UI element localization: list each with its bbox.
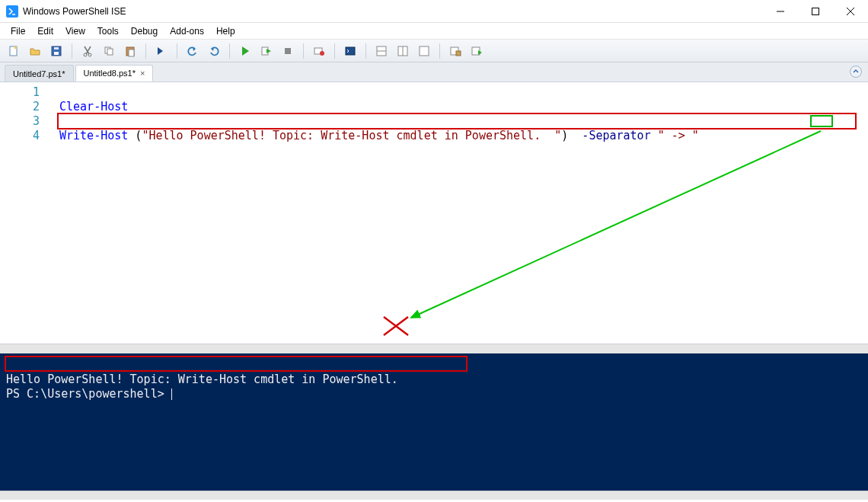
code-string: " — [658, 129, 672, 142]
code-cmdlet: Write-Host — [59, 129, 128, 142]
toolbar-separator — [229, 43, 230, 59]
toolbar-separator — [303, 43, 304, 59]
toolbar-separator — [334, 43, 335, 59]
menu-file[interactable]: File — [5, 24, 31, 38]
close-button[interactable] — [833, 0, 868, 22]
console-cursor — [171, 388, 172, 400]
code-text: ) — [561, 129, 582, 142]
tab-untitled8[interactable]: Untitled8.ps1* × — [75, 65, 154, 82]
svg-rect-19 — [346, 47, 355, 55]
minimize-button[interactable] — [763, 0, 798, 22]
tab-label: Untitled8.ps1* — [84, 69, 136, 78]
layout-hsplit-icon[interactable] — [372, 42, 391, 60]
console-prompt: PS C:\Users\powershell> — [6, 387, 171, 401]
code-text: ( — [128, 129, 142, 142]
copy-icon[interactable] — [100, 42, 118, 60]
layout-full-icon[interactable] — [415, 42, 433, 60]
svg-rect-5 — [14, 46, 17, 49]
menu-addons[interactable]: Add-ons — [164, 24, 210, 38]
toolbar — [0, 40, 868, 62]
svg-point-9 — [84, 53, 87, 56]
layout-vsplit-icon[interactable] — [394, 42, 412, 60]
open-file-icon[interactable] — [26, 42, 44, 60]
svg-rect-8 — [54, 47, 59, 50]
properties-icon[interactable] — [446, 42, 464, 60]
toolbar-separator — [365, 43, 366, 59]
window-title: Windows PowerShell ISE — [23, 6, 763, 17]
breakpoint-icon[interactable] — [310, 42, 328, 60]
console-output: Hello PowerShell! Topic: Write-Host cmdl… — [6, 373, 398, 386]
code-string: " — [685, 129, 699, 142]
run-icon[interactable] — [236, 42, 254, 60]
new-file-icon[interactable] — [5, 42, 23, 60]
console-icon[interactable] — [341, 42, 359, 60]
code-param: -Separator — [582, 129, 650, 142]
run-partial-icon[interactable] — [257, 42, 276, 60]
svg-rect-12 — [107, 49, 113, 55]
line-number: 2 — [0, 100, 40, 114]
toolbar-separator — [439, 43, 440, 59]
svg-rect-26 — [456, 51, 461, 56]
svg-rect-24 — [420, 46, 429, 56]
tab-label: Untitled7.ps1* — [13, 69, 65, 78]
window-controls — [763, 0, 868, 22]
code-area[interactable]: Clear-Host Write-Host ("Hello PowerShell… — [46, 82, 868, 344]
run-selection-icon[interactable] — [152, 42, 171, 60]
annotation-highlight — [5, 356, 468, 372]
menu-help[interactable]: Help — [210, 24, 241, 38]
toolbar-separator — [177, 43, 177, 59]
svg-rect-1 — [812, 8, 819, 14]
menubar: File Edit View Tools Debug Add-ons Help — [0, 23, 868, 40]
svg-point-18 — [320, 51, 324, 56]
redo-icon[interactable] — [205, 42, 223, 60]
toolbar-separator — [145, 43, 146, 59]
code-text — [651, 129, 658, 142]
cut-icon[interactable] — [78, 42, 97, 60]
addon-icon[interactable] — [468, 42, 486, 60]
menu-edit[interactable]: Edit — [31, 24, 59, 38]
undo-icon[interactable] — [183, 42, 202, 60]
line-number: 1 — [0, 85, 40, 100]
toolbar-separator — [72, 43, 72, 59]
console-horizontal-scrollbar[interactable] — [0, 491, 868, 500]
tab-close-icon[interactable]: × — [140, 69, 145, 78]
menu-debug[interactable]: Debug — [125, 24, 164, 38]
save-icon[interactable] — [47, 42, 65, 60]
svg-rect-7 — [54, 52, 59, 55]
titlebar: Windows PowerShell ISE — [0, 0, 868, 23]
line-number: 3 — [0, 114, 40, 129]
maximize-button[interactable] — [798, 0, 833, 22]
code-string: "Hello PowerShell! Topic: Write-Host cmd… — [142, 129, 561, 142]
stop-icon[interactable] — [279, 42, 297, 60]
app-icon — [6, 5, 18, 18]
script-editor[interactable]: 1 2 3 4 Clear-Host Write-Host ("Hello Po… — [0, 82, 868, 344]
code-cmdlet: Clear-Host — [59, 100, 128, 114]
svg-rect-14 — [129, 50, 134, 56]
editor-horizontal-scrollbar[interactable] — [0, 344, 868, 353]
paste-icon[interactable] — [121, 42, 139, 60]
tabbar: Untitled7.ps1* Untitled8.ps1* × — [0, 62, 868, 82]
tab-untitled7[interactable]: Untitled7.ps1* — [5, 65, 74, 82]
line-number-gutter: 1 2 3 4 — [0, 82, 46, 344]
menu-view[interactable]: View — [59, 24, 91, 38]
console-pane[interactable]: Hello PowerShell! Topic: Write-Host cmdl… — [0, 353, 868, 491]
line-number: 4 — [0, 129, 40, 143]
menu-tools[interactable]: Tools — [91, 24, 125, 38]
code-string: -> — [672, 129, 685, 142]
collapse-pane-icon[interactable] — [850, 66, 862, 78]
svg-rect-16 — [285, 48, 291, 54]
svg-point-10 — [88, 53, 91, 56]
